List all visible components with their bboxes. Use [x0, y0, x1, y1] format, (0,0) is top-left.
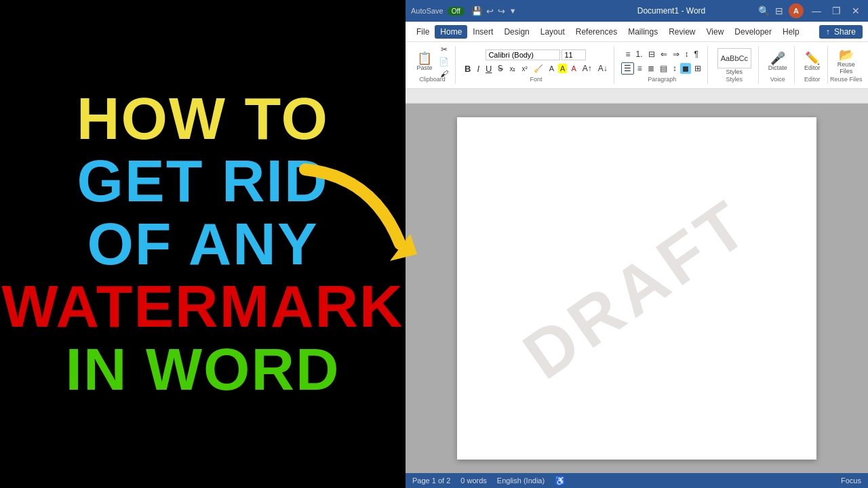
clipboard-label: Clipboard	[419, 76, 446, 83]
align-center-button[interactable]: ≡	[635, 63, 644, 74]
reuse-group: 📂 ReuseFiles Reuse Files	[831, 46, 862, 84]
italic-button[interactable]: I	[475, 63, 481, 75]
thumb-of-any: OF ANY	[87, 213, 318, 275]
title-bar-right: 🔍 ⊟ A — ❐ ✕	[758, 3, 863, 18]
font-label: Font	[530, 76, 542, 83]
underline-button[interactable]: U	[484, 63, 494, 75]
fontsize-grow-button[interactable]: A↑	[580, 63, 594, 74]
editor-group-tb: ✏️ Editor Editor	[797, 46, 828, 84]
para-row1: ≡ 1. ⊟ ⇐ ⇒ ↕ ¶	[624, 49, 701, 60]
indent-increase-button[interactable]: ⇒	[671, 49, 682, 60]
thumb-get-rid: GET RID	[77, 150, 329, 212]
microphone-icon: 🎤	[770, 52, 785, 64]
font-name-input[interactable]	[486, 49, 560, 60]
strikethrough-button[interactable]: S̶	[496, 63, 505, 74]
user-avatar[interactable]: A	[789, 3, 804, 18]
editor-button[interactable]: ✏️ Editor	[802, 51, 823, 73]
subscript-button[interactable]: x₂	[507, 64, 517, 73]
autosave-label: AutoSave	[411, 7, 443, 15]
page-status: Page 1 of 2	[412, 476, 450, 485]
sort-button[interactable]: ↕	[683, 49, 691, 60]
menu-design[interactable]: Design	[498, 25, 534, 39]
styles-group: AaBbCc Styles Styles	[711, 46, 759, 84]
font-size-input[interactable]	[561, 49, 586, 60]
minimize-btn[interactable]: —	[809, 5, 824, 16]
save-icon[interactable]: 💾	[471, 6, 482, 16]
styles-group-label: Styles	[726, 76, 743, 83]
ribbon-icon[interactable]: ⊟	[775, 5, 783, 16]
title-bar: AutoSave Off 💾 ↩ ↪ ▼ Document1 - Word 🔍 …	[406, 0, 868, 22]
border-button[interactable]: ⊞	[692, 63, 703, 74]
copy-button[interactable]: 📄	[437, 56, 451, 67]
linespacing-button[interactable]: ↕	[671, 63, 679, 74]
pilcrow-button[interactable]: ¶	[692, 49, 701, 60]
fontcolor-button[interactable]: A	[569, 64, 578, 73]
font-row2: B I U S̶ x₂ x² 🧹 A A A A↑ A↓	[462, 63, 610, 75]
thumb-watermark: WATERMARK	[1, 275, 403, 338]
clearformat-button[interactable]: 🧹	[532, 64, 545, 74]
cut-button[interactable]: ✂	[437, 44, 451, 55]
document-area: DRAFT	[406, 104, 868, 473]
dictate-button[interactable]: 🎤 Dictate	[766, 51, 790, 73]
menu-file[interactable]: File	[411, 25, 435, 39]
bullets-button[interactable]: ≡	[624, 49, 633, 60]
redo-icon[interactable]: ↪	[498, 6, 505, 16]
justify-button[interactable]: ▤	[658, 63, 669, 74]
menu-review[interactable]: Review	[663, 25, 701, 39]
voice-group: 🎤 Dictate Voice	[762, 46, 795, 84]
editor-label: Editor	[804, 76, 821, 83]
menu-developer[interactable]: Developer	[729, 25, 777, 39]
search-icon[interactable]: 🔍	[758, 5, 770, 16]
close-btn[interactable]: ✕	[849, 5, 863, 16]
customize-icon[interactable]: ▼	[509, 7, 517, 15]
menu-references[interactable]: References	[570, 25, 623, 39]
highlight-button[interactable]: A	[558, 64, 567, 73]
status-bar: Page 1 of 2 0 words English (India) ♿ Fo…	[406, 473, 868, 488]
clipboard-top: 📋 Paste ✂ 📄 🖌	[414, 44, 451, 79]
fontsize-shrink-button[interactable]: A↓	[596, 63, 610, 74]
menu-layout[interactable]: Layout	[535, 25, 570, 39]
menu-mailings[interactable]: Mailings	[623, 25, 663, 39]
editor-icon: ✏️	[805, 52, 820, 64]
menu-home[interactable]: Home	[435, 25, 467, 39]
styles-button[interactable]: AaBbCc Styles	[715, 47, 754, 77]
ruler	[406, 89, 868, 104]
superscript-button[interactable]: x²	[519, 64, 529, 73]
thumb-how-to: HOW TO	[77, 87, 329, 150]
autosave-toggle[interactable]: Off	[448, 7, 465, 16]
font-row1	[486, 49, 586, 60]
menu-bar: File Home Insert Design Layout Reference…	[406, 22, 868, 42]
align-right-button[interactable]: ≣	[646, 63, 656, 74]
share-button[interactable]: ↑ Share	[819, 25, 863, 39]
align-left-button[interactable]: ☰	[621, 62, 634, 75]
textcolor-button[interactable]: A	[547, 64, 556, 73]
reuse-label: ReuseFiles	[837, 61, 855, 75]
paste-icon: 📋	[417, 52, 432, 64]
multilevel-button[interactable]: ⊟	[646, 49, 657, 60]
toolbar: 📋 Paste ✂ 📄 🖌 Clipboard	[406, 42, 868, 88]
language-status: English (India)	[497, 476, 545, 485]
bold-button[interactable]: B	[462, 63, 473, 75]
menu-help[interactable]: Help	[777, 25, 805, 39]
para-row2: ☰ ≡ ≣ ▤ ↕ ◼ ⊞	[621, 62, 703, 75]
word-panel: AutoSave Off 💾 ↩ ↪ ▼ Document1 - Word 🔍 …	[406, 0, 868, 488]
undo-icon[interactable]: ↩	[486, 6, 494, 16]
indent-decrease-button[interactable]: ⇐	[658, 49, 669, 60]
share-icon: ↑	[826, 27, 830, 37]
menu-view[interactable]: View	[701, 25, 730, 39]
reuse-icon: 📂	[839, 49, 854, 61]
title-bar-title: Document1 - Word	[585, 6, 758, 16]
paragraph-group: ≡ 1. ⊟ ⇐ ⇒ ↕ ¶ ☰ ≡ ≣ ▤ ↕ ◼ ⊞ Paragr	[617, 46, 708, 84]
draft-watermark: DRAFT	[509, 183, 764, 394]
numbering-button[interactable]: 1.	[634, 49, 645, 60]
styles-preview: AaBbCc	[717, 48, 751, 68]
title-bar-left: AutoSave Off 💾 ↩ ↪ ▼	[411, 6, 585, 16]
focus-status[interactable]: Focus	[841, 476, 861, 485]
accessibility-icon[interactable]: ♿	[555, 476, 566, 486]
menu-insert[interactable]: Insert	[467, 25, 498, 39]
restore-btn[interactable]: ❐	[829, 5, 844, 16]
paste-button[interactable]: 📋 Paste	[414, 51, 435, 73]
reuse-files-button[interactable]: 📂 ReuseFiles	[835, 47, 858, 76]
document-page[interactable]: DRAFT	[457, 117, 816, 460]
shading-button[interactable]: ◼	[680, 63, 691, 74]
